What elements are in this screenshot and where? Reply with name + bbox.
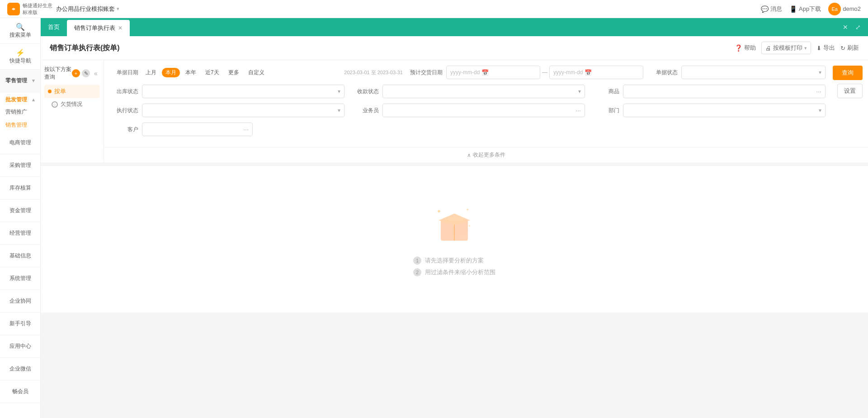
logo-line1: 畅捷通好生意 bbox=[23, 2, 52, 9]
chevron-up-icon: ∧ bbox=[467, 152, 471, 158]
collection-status-select[interactable] bbox=[382, 85, 585, 98]
avatar-text: Ea bbox=[832, 6, 838, 12]
exec-status-select[interactable] bbox=[142, 104, 344, 117]
message-icon: 💬 bbox=[761, 5, 769, 13]
tip-num-2: 2 bbox=[413, 268, 421, 276]
logo-line2: 标准版 bbox=[23, 9, 52, 15]
help-btn[interactable]: ❓ 帮助 bbox=[735, 44, 756, 52]
sidebar-item-finance[interactable]: 资金管理 bbox=[0, 200, 40, 222]
expand-icon: ▾ bbox=[32, 78, 35, 84]
doc-status-field: 单据状态 bbox=[651, 66, 826, 79]
delivery-chevron bbox=[338, 88, 340, 95]
filter-row-2: 出库状态 收款状态 bbox=[111, 85, 826, 98]
expected-date-end[interactable]: yyyy-mm-dd 📅 bbox=[549, 66, 643, 79]
refresh-label: 刷新 bbox=[847, 44, 859, 52]
sidebar-item-retail[interactable]: 零售管理 ▾ bbox=[0, 70, 40, 92]
sidebar-item-newbie[interactable]: 新手引导 bbox=[0, 313, 40, 335]
svg-text:✦: ✦ bbox=[468, 224, 471, 228]
sidebar-item-inventory[interactable]: 库存核算 bbox=[0, 177, 40, 200]
sidebar-item-sales[interactable]: 销售管理 bbox=[0, 119, 40, 132]
goods-select[interactable] bbox=[623, 85, 826, 98]
expected-date-start[interactable]: yyyy-mm-dd 📅 bbox=[446, 66, 540, 79]
filter-row-1: 单据日期 上月 本月 本年 近7天 更多 自定义 bbox=[111, 66, 826, 79]
messages-btn[interactable]: 💬 消息 bbox=[761, 5, 782, 13]
delivery-status-select[interactable] bbox=[142, 85, 344, 98]
user-area[interactable]: Ea demo2 bbox=[828, 3, 861, 15]
date-btn-custom[interactable]: 自定义 bbox=[245, 68, 268, 77]
header-left: 畅捷通好生意 标准版 办公用品行业模拟账套 ▾ bbox=[7, 2, 119, 15]
expected-date-range: yyyy-mm-dd 📅 — yyyy-mm-dd 📅 bbox=[446, 66, 643, 79]
page-title: 销售订单执行表(按单) bbox=[50, 43, 120, 53]
close-window-btn[interactable]: ✕ bbox=[841, 23, 850, 32]
export-icon: ⬇ bbox=[816, 45, 821, 52]
export-btn[interactable]: ⬇ 导出 bbox=[816, 44, 835, 52]
company-selector[interactable]: 办公用品行业模拟账套 ▾ bbox=[56, 5, 119, 13]
salesperson-field: 业务员 bbox=[352, 104, 585, 117]
print-btn[interactable]: 🖨 按模板打印 ▾ bbox=[761, 42, 811, 54]
sidebar-item-wechat[interactable]: 企业微信 bbox=[0, 358, 40, 380]
sidebar-item-member[interactable]: 畅会员 bbox=[0, 380, 40, 403]
sidebar-item-search[interactable]: 🔍 搜索菜单 bbox=[0, 18, 40, 44]
home-label: 首页 bbox=[48, 23, 60, 31]
scheme-item-by-order[interactable]: 按单 bbox=[44, 85, 100, 98]
sidebar-item-business[interactable]: 经营管理 bbox=[0, 222, 40, 245]
sidebar-wholesale-group[interactable]: 批发管理 ▴ bbox=[0, 92, 40, 105]
dept-field: 部门 bbox=[592, 104, 826, 117]
print-chevron-icon: ▾ bbox=[804, 45, 807, 51]
sidebar-item-appcenter[interactable]: 应用中心 bbox=[0, 335, 40, 358]
date-btn-this-month[interactable]: 本月 bbox=[162, 68, 180, 77]
sidebar-item-marketing[interactable]: 营销推广 bbox=[0, 105, 40, 119]
tab-home[interactable]: 首页 bbox=[41, 18, 67, 36]
app-download-btn[interactable]: 📱 App下载 bbox=[789, 5, 821, 13]
scheme-add-btn[interactable]: + bbox=[72, 69, 80, 77]
collapse-icon: ▴ bbox=[32, 97, 35, 103]
date-end-placeholder: yyyy-mm-dd bbox=[553, 69, 583, 76]
salesperson-label: 业务员 bbox=[352, 107, 379, 114]
print-label: 按模板打印 bbox=[773, 44, 802, 52]
date-btn-more[interactable]: 更多 bbox=[225, 68, 243, 77]
query-btn[interactable]: 查询 bbox=[833, 66, 863, 80]
salesperson-select[interactable] bbox=[382, 104, 585, 117]
collapse-more-btn[interactable]: ∧ 收起更多条件 bbox=[104, 147, 868, 162]
refresh-btn[interactable]: ↻ 刷新 bbox=[840, 44, 859, 52]
date-quick-btns: 上月 本月 本年 近7天 更多 自定义 bbox=[142, 68, 340, 77]
filter-right-actions: 查询 设置 bbox=[833, 60, 868, 104]
collapse-more-label: 收起更多条件 bbox=[473, 151, 505, 159]
salesperson-ellipsis bbox=[576, 107, 581, 114]
tab-bar-actions: ✕ ⤢ bbox=[841, 23, 868, 32]
sidebar-item-quicknav[interactable]: ⚡ 快捷导航 bbox=[0, 44, 40, 70]
scheme-edit-btn[interactable]: ✎ bbox=[82, 69, 90, 77]
sidebar-item-basic[interactable]: 基础信息 bbox=[0, 245, 40, 267]
calendar-end-icon: 📅 bbox=[585, 69, 592, 76]
expand-window-btn[interactable]: ⤢ bbox=[854, 23, 863, 32]
sidebar-member-label: 畅会员 bbox=[12, 388, 28, 395]
sidebar-item-system[interactable]: 系统管理 bbox=[0, 267, 40, 290]
goods-ellipsis bbox=[816, 88, 821, 95]
tab-sales-exec[interactable]: 销售订单执行表 ✕ bbox=[67, 20, 130, 36]
doc-status-select[interactable] bbox=[681, 66, 826, 79]
dept-select[interactable] bbox=[623, 104, 826, 117]
page-content: 销售订单执行表(按单) ❓ 帮助 🖨 按模板打印 ▾ ⬇ 导出 bbox=[41, 36, 868, 418]
customer-select[interactable] bbox=[142, 123, 253, 136]
sidebar-item-ecommerce[interactable]: 电商管理 bbox=[0, 132, 40, 154]
exec-chevron bbox=[338, 107, 340, 114]
doc-status-label: 单据状态 bbox=[651, 69, 678, 76]
avatar: Ea bbox=[828, 3, 841, 15]
app-download-label: App下载 bbox=[799, 5, 821, 13]
sidebar-business-label: 经营管理 bbox=[9, 229, 31, 237]
date-btn-7days[interactable]: 近7天 bbox=[202, 68, 223, 77]
calendar-start-icon: 📅 bbox=[481, 69, 489, 76]
settings-btn[interactable]: 设置 bbox=[837, 84, 863, 98]
close-tab-icon[interactable]: ✕ bbox=[118, 25, 123, 31]
collection-chevron bbox=[578, 88, 581, 95]
date-btn-this-year[interactable]: 本年 bbox=[182, 68, 200, 77]
date-btn-last-month[interactable]: 上月 bbox=[142, 68, 160, 77]
scheme-item-shortage[interactable]: ○ 欠货情况 bbox=[48, 98, 100, 110]
scheme-sidebar: 按以下方案查询 + ✎ « 按单 ○ bbox=[41, 60, 104, 162]
help-icon: ❓ bbox=[735, 44, 742, 52]
sidebar-item-purchase[interactable]: 采购管理 bbox=[0, 154, 40, 177]
sidebar-item-enterprise[interactable]: 企业协同 bbox=[0, 290, 40, 313]
scheme-collapse-btn[interactable]: « bbox=[92, 69, 100, 77]
sidebar-wholesale-label: 批发管理 bbox=[5, 96, 27, 104]
filter-right: 单据日期 上月 本月 本年 近7天 更多 自定义 bbox=[104, 60, 868, 162]
